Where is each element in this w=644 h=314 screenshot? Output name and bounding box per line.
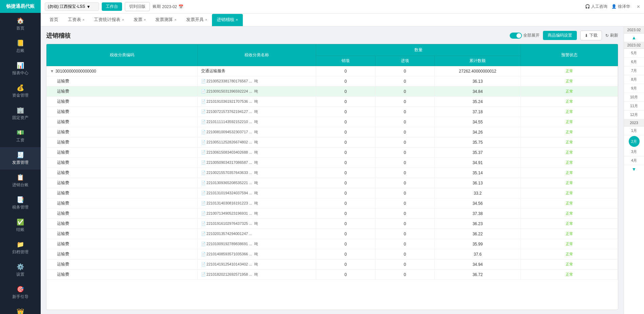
month-5[interactable]: 5月	[624, 49, 644, 58]
sidebar-item-finance[interactable]: 💰 资金管理	[0, 80, 41, 102]
tab-invoice-calc[interactable]: 发票测算 ×	[151, 14, 181, 26]
company-selector[interactable]: (勿动) 江西报宝-LSS ▼	[45, 2, 99, 11]
tab-invoice-issue[interactable]: 发票开具 ×	[181, 14, 212, 26]
row-invoice: 📄22101111143592152210 ... 吨	[197, 117, 316, 127]
tabbar: 首页 工资表 × 工资统计报表 × 发票 × 发票测算 × 发票开具 × 进销稽…	[41, 14, 644, 26]
sidebar-item-assets[interactable]: 🏢 固定资产	[0, 102, 41, 125]
sidebar-item-salary[interactable]: 💵 工资	[0, 125, 41, 147]
period-value: 2023-02	[162, 4, 177, 9]
tab-invoice[interactable]: 发票 ×	[129, 14, 151, 26]
sidebar-item-home[interactable]: 🏠 首页	[0, 13, 41, 35]
tab-home-label: 首页	[50, 17, 58, 23]
month-10[interactable]: 10月	[624, 93, 644, 102]
row-invoice: 📄22100810094532303717 ... 吨	[197, 127, 316, 137]
toggle-switch[interactable]	[510, 33, 522, 39]
row-code: 运输费	[47, 148, 198, 158]
salary-icon: 💵	[17, 129, 24, 136]
tab-salary-report[interactable]: 工资统计报表 ×	[89, 14, 129, 26]
col-quantity-group: 数量	[316, 44, 521, 56]
table-row: 运输费 📄22100215570357643633 ... 吨 0 0 35.1…	[47, 168, 618, 178]
row-invoice: 📄22102013574294001247 ...	[197, 229, 316, 239]
tab-invoice-close[interactable]: ×	[144, 18, 146, 22]
sidebar-item-report[interactable]: 📊 报表中心	[0, 58, 41, 80]
row-cumulative: 36.23	[434, 219, 521, 229]
sidebar-item-label: 结账	[16, 227, 24, 233]
table-row: 运输费 📄22100511252826674802 ... 吨 0 0 35.7…	[47, 137, 618, 148]
row-code: 运输费	[47, 229, 198, 239]
download-button[interactable]: ⬇ 下载	[580, 31, 602, 40]
tab-salary-close[interactable]: ×	[82, 18, 84, 22]
switch-old-button[interactable]: 切到旧版	[125, 2, 150, 11]
right-panel: 2023.02 ▲ 2023.02 5月 6月 7月 8月 9月 10月 11月…	[624, 26, 644, 314]
finance-icon: 💰	[17, 84, 24, 92]
month-9[interactable]: 9月	[624, 84, 644, 93]
tab-invoice-calc-close[interactable]: ×	[174, 18, 176, 22]
month-3[interactable]: 3月	[624, 148, 644, 156]
sidebar-item-archive[interactable]: 📁 归档管理	[0, 237, 41, 259]
month-6[interactable]: 6月	[624, 58, 644, 66]
row-purchase: 0	[375, 148, 435, 158]
tab-salary-report-close[interactable]: ×	[122, 18, 124, 22]
support-link[interactable]: 🎧 人工咨询	[585, 4, 607, 9]
table-row: 运输费 📄22101419125410143402 ... 吨 0 0 34.9…	[47, 259, 618, 270]
row-cumulative: 35.75	[434, 137, 521, 148]
row-invoice: 📄22100721573762194127 ... 吨	[197, 107, 316, 117]
refresh-button[interactable]: ↻ 刷新	[605, 33, 618, 38]
sidebar-item-invoice[interactable]: 🧾 发票管理	[0, 147, 41, 170]
row-sales: 0	[316, 66, 375, 76]
row-status: 正常	[521, 209, 618, 219]
sidebar-item-guide[interactable]: 🎯 新手引导	[0, 281, 41, 304]
col-warning-status: 预警状态	[521, 44, 618, 66]
sidebar-item-checkout[interactable]: ✅ 结账	[0, 214, 41, 237]
row-purchase: 0	[375, 168, 435, 178]
row-purchase: 0	[375, 188, 435, 198]
row-purchase: 0	[375, 259, 435, 270]
row-invoice: 📄22101310194324037594 ... 吨	[197, 188, 316, 198]
row-cumulative: 34.56	[434, 198, 521, 209]
month-12[interactable]: 12月	[624, 111, 644, 119]
row-sales: 0	[316, 270, 375, 280]
scroll-up-arrow[interactable]: ▲	[624, 34, 644, 42]
month-8[interactable]: 8月	[624, 75, 644, 84]
month-2-active[interactable]: 2月	[629, 136, 640, 147]
row-status: 正常	[521, 76, 618, 86]
workbench-button[interactable]: 工作台	[102, 2, 122, 11]
row-invoice: 📄22100713490523196931 ... 吨	[197, 209, 316, 219]
tab-home[interactable]: 首页	[45, 14, 63, 26]
scroll-down-arrow[interactable]: ▼	[624, 165, 644, 173]
sidebar-item-ledger[interactable]: 📒 总账	[0, 35, 41, 58]
tab-audit-close[interactable]: ×	[236, 18, 238, 22]
sidebar-item-tax[interactable]: 📑 税务管理	[0, 192, 41, 214]
settings-button[interactable]: 商品编码设置	[543, 31, 577, 40]
row-sales: 0	[316, 259, 375, 270]
user-menu[interactable]: 👤 徐泽华	[611, 4, 630, 9]
table-row: 运输费 📄22100713490523196931 ... 吨 0 0 37.3…	[47, 209, 618, 219]
invoice-icon: 🧾	[17, 151, 24, 159]
tab-invoice-issue-label: 发票开具	[186, 17, 204, 23]
sidebar-item-label: 设置	[16, 272, 24, 277]
toggle-expand[interactable]: 全部展开	[510, 33, 540, 39]
row-invoice: 📄22100215570357643633 ... 吨	[197, 168, 316, 178]
month-11[interactable]: 11月	[624, 102, 644, 111]
row-invoice: 📄22101009192789838691 ... 吨	[197, 239, 316, 249]
tab-audit[interactable]: 进销稽核 ×	[212, 14, 242, 26]
row-status: 正常	[521, 229, 618, 239]
sidebar-item-settings[interactable]: ⚙️ 设置	[0, 259, 41, 281]
row-sales: 0	[316, 117, 375, 127]
sidebar-item-member[interactable]: 👑 畅会员	[0, 304, 41, 314]
period-selector[interactable]: 账期 2023-02 📅	[153, 4, 183, 9]
row-status: 正常	[521, 86, 618, 97]
month-7[interactable]: 7月	[624, 66, 644, 75]
table-row: 运输费 📄22100915031396592224 ... 吨 0 0 34.8…	[47, 86, 618, 97]
row-cumulative: 36.13	[434, 76, 521, 86]
tab-salary[interactable]: 工资表 ×	[63, 14, 89, 26]
calendar-icon: 📅	[178, 4, 183, 9]
month-4[interactable]: 4月	[624, 156, 644, 165]
tab-invoice-issue-close[interactable]: ×	[205, 18, 207, 22]
close-button[interactable]: ×	[637, 4, 640, 10]
sidebar-item-label: 进销台账	[12, 182, 28, 188]
month-1[interactable]: 1月	[624, 126, 644, 135]
row-purchase: 0	[375, 127, 435, 137]
row-purchase: 0	[375, 229, 435, 239]
sidebar-item-sales-ledger[interactable]: 📋 进销台账	[0, 170, 41, 192]
